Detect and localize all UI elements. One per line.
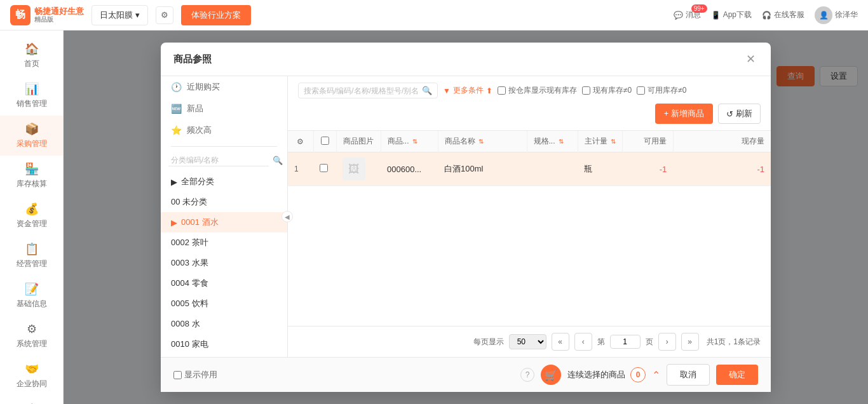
sidebar-item-basic-info[interactable]: 📝 基础信息 [0,276,63,316]
show-disabled-checkbox[interactable]: 显示停用 [173,369,217,380]
td-stock: -1 [673,152,771,186]
page-size-select[interactable]: 50 100 [509,334,546,349]
app-download-nav-item[interactable]: 📱 App下载 [711,10,752,20]
category-item-0010[interactable]: 0010 家电 [161,334,287,354]
goods-search-icon[interactable]: 🔍 [422,86,432,95]
sidebar-item-guide[interactable]: 🎓 新手引导 [0,396,63,404]
goods-search-input[interactable] [304,86,419,95]
category-search-input[interactable] [168,154,269,166]
refresh-button[interactable]: ↺ 刷新 [718,104,761,124]
logo: 畅 畅捷通好生意 精品版 [10,5,84,25]
row-checkbox[interactable] [320,164,328,172]
search-icon[interactable]: 🔍 [273,156,283,165]
cart-button[interactable]: 🛒 [541,365,561,385]
page-number-input[interactable] [610,335,641,349]
home-icon: 🏠 [25,42,39,56]
settings-icon[interactable]: ⚙ [156,6,173,24]
category-item-00[interactable]: 00 未分类 [161,192,287,212]
last-page-button[interactable]: » [681,333,699,351]
th-unit: 主计量 ⇅ [578,131,622,152]
sidebar-item-operation[interactable]: 📋 经营管理 [0,236,63,276]
table-header: ⚙ 商品图片 商品... [288,131,771,152]
avail-ne0-check-input[interactable] [637,86,645,95]
collapse-selected-button[interactable]: ⌃ [652,369,660,381]
sidebar-item-purchase[interactable]: 📦 采购管理 [0,116,63,156]
confirm-button[interactable]: 确定 [716,365,758,385]
online-service-nav-item[interactable]: 🎧 在线客服 [762,10,804,20]
messages-nav-item[interactable]: 💬 消息 99+ [674,10,701,20]
goods-table-wrap: ⚙ 商品图片 商品... [288,131,771,326]
purchase-icon: 📦 [25,122,39,136]
sidebar-item-sales[interactable]: 📊 销售管理 [0,76,63,116]
recent-purchase-tab[interactable]: 🕐 近期购买 [161,76,287,98]
show-disabled-check-input[interactable] [173,371,182,379]
toolbar-right: + 新增商品 ↺ 刷新 [655,104,761,124]
modal-close-button[interactable]: ✕ [743,51,758,67]
cancel-button[interactable]: 取消 [667,364,710,386]
category-label-00: 00 未分类 [171,196,207,208]
sidebar-item-system[interactable]: ⚙ 系统管理 [0,316,63,356]
warehouse-display-check-input[interactable] [498,86,506,95]
first-page-button[interactable]: « [552,333,569,351]
table-row[interactable]: 1 🖼 00 [288,152,771,186]
category-item-0003[interactable]: 0003 水果 [161,253,287,273]
table-body: 1 🖼 00 [288,152,771,186]
sidebar-item-inventory[interactable]: 🏪 库存核算 [0,156,63,196]
td-row-num: 1 [288,152,313,186]
star-icon: ⭐ [171,125,182,135]
nav-right: 💬 消息 99+ 📱 App下载 🎧 在线客服 👤 徐泽华 [674,6,858,24]
prev-page-button[interactable]: ‹ [574,333,592,351]
modal-body: ◀ 🕐 近期购买 🆕 新品 [161,76,771,357]
th-settings[interactable]: ⚙ [288,131,313,152]
trial-button[interactable]: 体验行业方案 [181,5,251,25]
td-available: -1 [622,152,673,186]
next-page-button[interactable]: › [658,333,676,351]
td-code: 000600... [381,152,438,186]
system-icon: ⚙ [27,322,37,336]
th-name: 商品名称 ⇅ [438,131,527,152]
modal-overlay: 商品参照 ✕ ◀ 🕐 近期购买 [64,30,868,404]
inventory-icon: 🏪 [25,162,39,176]
category-label-0005: 0005 饮料 [171,298,208,309]
sort-spec-icon[interactable]: ⇅ [559,138,564,145]
new-products-tab[interactable]: 🆕 新品 [161,98,287,119]
td-image: 🖼 [336,152,381,186]
help-button[interactable]: ? [520,368,534,382]
enterprise-icon: 🤝 [25,362,39,376]
sidebar-item-home[interactable]: 🏠 首页 [0,36,63,76]
filter-arrow-icon: ⬆ [486,86,492,95]
user-avatar-nav-item[interactable]: 👤 徐泽华 [815,6,858,24]
sidebar-item-enterprise[interactable]: 🤝 企业协同 [0,356,63,396]
sort-name-icon[interactable]: ⇅ [478,138,484,145]
footer-right: ? 🛒 连续选择的商品 0 ⌃ 取消 确定 [520,364,758,386]
branch-dropdown[interactable]: 日太阳膜 ▾ [92,5,148,25]
select-all-checkbox[interactable] [321,137,329,145]
add-goods-button[interactable]: + 新增商品 [655,104,713,124]
stock-ne0-check-input[interactable] [582,86,590,95]
collapse-panel-button[interactable]: ◀ [281,211,293,222]
category-item-0005[interactable]: 0005 饮料 [161,293,287,314]
avatar: 👤 [815,6,832,24]
sort-unit-icon[interactable]: ⇅ [611,138,616,145]
category-item-0001[interactable]: ▶ 0001 酒水 [161,212,287,232]
goods-reference-modal: 商品参照 ✕ ◀ 🕐 近期购买 [161,43,771,392]
chevron-down-icon: ▾ [135,10,140,20]
avail-ne0-checkbox[interactable]: 可用库存≠0 [637,85,686,96]
category-item-0008[interactable]: 0008 水 [161,314,287,334]
selected-count-badge: 0 [630,367,646,382]
category-item-0004[interactable]: 0004 零食 [161,273,287,293]
sort-code-icon[interactable]: ⇅ [412,138,417,145]
refresh-icon: ↺ [726,109,733,119]
sidebar-item-finance[interactable]: 💰 资金管理 [0,196,63,236]
frequent-tab[interactable]: ⭐ 频次高 [161,119,287,141]
navbar: 畅 畅捷通好生意 精品版 日太阳膜 ▾ ⚙ 体验行业方案 💬 消息 99+ 📱 … [0,0,868,30]
selected-items-info: 连续选择的商品 0 [567,367,646,382]
category-item-0002[interactable]: 0002 茶叶 [161,232,287,253]
stock-ne0-checkbox[interactable]: 现有库存≠0 [582,85,632,96]
warehouse-display-checkbox[interactable]: 按仓库显示现有库存 [498,85,577,96]
more-filter-button[interactable]: ▼ 更多条件 ⬆ [443,85,492,96]
main-content: 查询 设置 商品参照 ✕ ◀ [64,30,868,404]
category-all[interactable]: ▶ 全部分类 [161,172,287,192]
category-list: ▶ 全部分类 00 未分类 ▶ 0001 酒水 0002 茶 [161,169,287,357]
basic-info-icon: 📝 [25,282,39,296]
